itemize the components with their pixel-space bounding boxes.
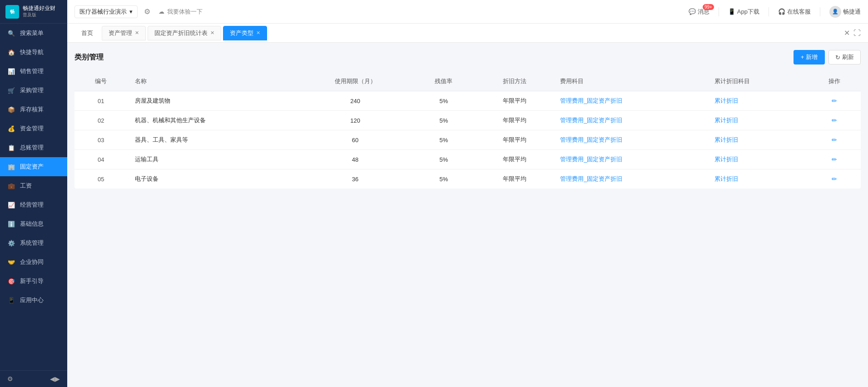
cell-accum-account: 累计折旧 [707, 111, 808, 130]
edit-icon[interactable]: ✏ [832, 156, 837, 163]
tab-asset-type-close[interactable]: ✕ [256, 30, 260, 36]
sidebar-item-capital[interactable]: 💰 资金管理 [0, 119, 67, 138]
tab-close-window-icon[interactable]: ✕ [844, 29, 850, 37]
edit-icon[interactable]: ✏ [832, 97, 837, 104]
system-icon: ⚙️ [7, 239, 15, 247]
data-table: 编号 名称 使用期限（月） 残值率 折旧方法 费用科目 累计折旧科目 操作 01… [74, 72, 861, 189]
cell-action: ✏ [808, 130, 861, 150]
sidebar-item-app-center[interactable]: 📱 应用中心 [0, 291, 67, 310]
cell-name: 机器、机械和其他生产设备 [128, 111, 299, 130]
search-menu-icon: 🔍 [7, 29, 15, 37]
sidebar-item-label: 库存核算 [20, 105, 44, 114]
tab-maximize-icon[interactable]: ⛶ [853, 29, 861, 37]
tab-fixed-asset-table-close[interactable]: ✕ [210, 30, 214, 36]
tab-home[interactable]: 首页 [74, 26, 100, 40]
cell-method: 年限平均 [476, 91, 553, 111]
cell-name: 器具、工具、家具等 [128, 130, 299, 150]
sidebar-item-purchase[interactable]: 🛒 采购管理 [0, 81, 67, 100]
basic-info-icon: ℹ️ [7, 220, 15, 228]
refresh-button[interactable]: ↻ 刷新 [828, 50, 861, 64]
cell-period: 36 [299, 169, 411, 189]
content-actions: + 新增 ↻ 刷新 [794, 50, 861, 64]
sidebar-item-label: 总账管理 [20, 144, 44, 152]
sidebar-item-enterprise[interactable]: 🤝 企业协同 [0, 253, 67, 272]
inventory-icon: 📦 [7, 105, 15, 114]
table-header-row: 编号 名称 使用期限（月） 残值率 折旧方法 费用科目 累计折旧科目 操作 [74, 72, 861, 91]
experience-button[interactable]: ☁ 我要体验一下 [159, 8, 203, 16]
sidebar-item-fixed-assets[interactable]: 🏢 固定资产 [0, 157, 67, 176]
col-action: 操作 [808, 72, 861, 91]
app-download-button[interactable]: 📱 App下载 [728, 8, 759, 16]
avatar: 👤 [829, 6, 841, 18]
sidebar-item-label: 快捷导航 [20, 48, 44, 56]
cell-code: 05 [74, 169, 128, 189]
topbar: 医疗器械行业演示 ▾ ⚙ ☁ 我要体验一下 💬 消息 99+ 📱 App下载 🎧… [67, 0, 868, 24]
cell-method: 年限平均 [476, 169, 553, 189]
cell-period: 60 [299, 130, 411, 150]
sidebar-item-payroll[interactable]: 💼 工资 [0, 176, 67, 195]
cell-code: 03 [74, 130, 128, 150]
table-row: 05 电子设备 36 5% 年限平均 管理费用_固定资产折旧 累计折旧 ✏ [74, 169, 861, 189]
cell-name: 运输工具 [128, 150, 299, 169]
messages-button[interactable]: 💬 消息 99+ [689, 8, 709, 16]
divider-3 [820, 7, 820, 16]
sidebar-item-label: 系统管理 [20, 239, 44, 247]
user-menu[interactable]: 👤 畅捷通 [829, 6, 861, 18]
tab-home-label: 首页 [81, 29, 93, 37]
cell-name: 房屋及建筑物 [128, 91, 299, 111]
sidebar-item-operations[interactable]: 📈 经营管理 [0, 195, 67, 214]
sidebar-item-sales[interactable]: 📊 销售管理 [0, 62, 67, 81]
cell-residual: 5% [412, 91, 476, 111]
customer-service-button[interactable]: 🎧 在线客服 [778, 8, 811, 16]
col-accum-account: 累计折旧科目 [707, 72, 808, 91]
sidebar-item-basic-info[interactable]: ℹ️ 基础信息 [0, 214, 67, 233]
cell-residual: 5% [412, 150, 476, 169]
sidebar-item-guide[interactable]: 🎯 新手引导 [0, 272, 67, 291]
sidebar-item-inventory[interactable]: 📦 库存核算 [0, 100, 67, 119]
settings-gear-icon[interactable]: ⚙ [144, 7, 150, 16]
logo-sub: 普及版 [23, 12, 55, 18]
sidebar-footer: ⚙ ◀▶ [0, 370, 67, 387]
tab-fixed-asset-table[interactable]: 固定资产折旧统计表 ✕ [148, 26, 221, 40]
tab-asset-mgmt[interactable]: 资产管理 ✕ [102, 26, 146, 40]
cell-accum-account: 累计折旧 [707, 169, 808, 189]
edit-icon[interactable]: ✏ [832, 136, 837, 144]
phone-icon: 📱 [728, 8, 735, 15]
sidebar-item-label: 采购管理 [20, 86, 44, 94]
cell-period: 240 [299, 91, 411, 111]
sidebar-item-search-menu[interactable]: 🔍 搜索菜单 [0, 24, 67, 43]
workspace-selector[interactable]: 医疗器械行业演示 ▾ [74, 5, 138, 18]
cell-accum-account: 累计折旧 [707, 91, 808, 111]
sidebar-item-label: 搜索菜单 [20, 29, 44, 37]
cell-expense-account: 管理费用_固定资产折旧 [553, 91, 707, 111]
sidebar-item-label: 基础信息 [20, 220, 44, 228]
app-logo: 畅 畅捷通好业财 普及版 [0, 0, 67, 24]
tab-asset-type-label: 资产类型 [230, 29, 253, 37]
edit-icon[interactable]: ✏ [832, 117, 837, 124]
col-name: 名称 [128, 72, 299, 91]
table-row: 01 房屋及建筑物 240 5% 年限平均 管理费用_固定资产折旧 累计折旧 ✏ [74, 91, 861, 111]
sidebar-item-label: 固定资产 [20, 163, 44, 171]
tab-asset-type[interactable]: 资产类型 ✕ [223, 26, 267, 40]
content-header: 类别管理 + 新增 ↻ 刷新 [74, 50, 861, 64]
payroll-icon: 💼 [7, 182, 15, 190]
add-button[interactable]: + 新增 [794, 50, 825, 64]
cell-code: 04 [74, 150, 128, 169]
topbar-right: 💬 消息 99+ 📱 App下载 🎧 在线客服 👤 畅捷通 [689, 6, 861, 18]
divider-2 [769, 7, 769, 16]
sidebar-item-system[interactable]: ⚙️ 系统管理 [0, 233, 67, 253]
sidebar-item-label: 经营管理 [20, 201, 44, 209]
sidebar-item-quick-nav[interactable]: 🏠 快捷导航 [0, 43, 67, 62]
cell-name: 电子设备 [128, 169, 299, 189]
purchase-icon: 🛒 [7, 86, 15, 94]
tab-asset-mgmt-close[interactable]: ✕ [135, 30, 139, 36]
sales-icon: 📊 [7, 67, 15, 75]
settings-icon[interactable]: ⚙ [7, 375, 13, 382]
collapse-icon[interactable]: ◀▶ [50, 375, 60, 382]
sidebar-item-label: 资金管理 [20, 124, 44, 133]
logo-title: 畅捷通好业财 [23, 5, 55, 12]
divider-1 [719, 7, 719, 16]
sidebar-item-ledger[interactable]: 📋 总账管理 [0, 138, 67, 157]
edit-icon[interactable]: ✏ [832, 175, 837, 183]
main-area: 医疗器械行业演示 ▾ ⚙ ☁ 我要体验一下 💬 消息 99+ 📱 App下载 🎧… [67, 0, 868, 387]
